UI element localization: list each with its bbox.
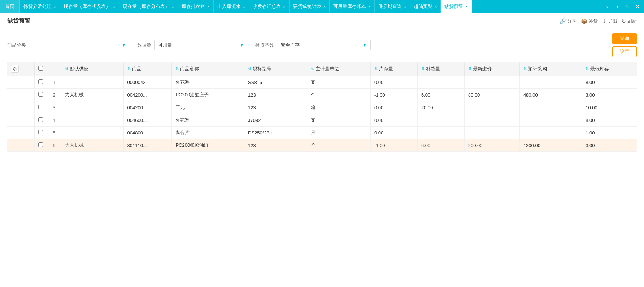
- nav-tab-pick-anomaly[interactable]: 拣货异常处理 ×: [20, 0, 60, 13]
- cell-spec-row2: 123: [244, 101, 307, 114]
- cell-item_name-row3: 火花塞: [172, 114, 244, 127]
- nav-tab-close-available-ledger[interactable]: ×: [368, 4, 370, 9]
- gear-settings-icon[interactable]: ⚙: [11, 65, 19, 73]
- row-checkbox-3[interactable]: [38, 117, 43, 122]
- nav-tab-close-pick-anomaly[interactable]: ×: [54, 4, 56, 9]
- row-checkbox-4[interactable]: [38, 130, 43, 134]
- cell-unit-row0: 支: [307, 76, 370, 89]
- query-button[interactable]: 查询: [612, 33, 637, 44]
- cell-checkbox-row3: [35, 114, 47, 127]
- nav-tab-order-stats[interactable]: 要货单统计表 ×: [290, 0, 330, 13]
- cell-item_code-row3: 004600...: [123, 114, 172, 127]
- share-action[interactable]: 🔗 分享: [560, 18, 576, 25]
- col-header-item_name[interactable]: ⇅商品名称: [172, 62, 244, 76]
- category-label: 商品分类: [7, 42, 26, 48]
- category-select[interactable]: ▼: [29, 40, 130, 50]
- select-all-checkbox[interactable]: [38, 66, 43, 71]
- settings-button[interactable]: 设置: [612, 46, 637, 57]
- col-header-latest_price[interactable]: ⇅最新进价: [464, 62, 519, 76]
- datasource-select[interactable]: 可用量 ▼: [154, 40, 248, 50]
- cell-stock_qty-row0: 0.00: [370, 76, 417, 89]
- nav-tab-overstock-warning[interactable]: 超储预警 ×: [410, 0, 441, 13]
- col-header-est_purchase[interactable]: ⇅预计采购...: [519, 62, 582, 76]
- replenish-base-select[interactable]: 安全库存 ▼: [277, 40, 371, 50]
- nav-controls: ‹ › ⥢ ✕: [602, 1, 644, 12]
- sort-icon-est_purchase: ⇅: [523, 67, 527, 71]
- sort-icon-item_code: ⇅: [127, 67, 131, 71]
- row-checkbox-2[interactable]: [38, 105, 43, 109]
- cell-unit-row2: 箱: [307, 101, 370, 114]
- col-header-stock_qty[interactable]: ⇅库存量: [370, 62, 417, 76]
- table-row: 4004600...火花塞J7092支0.008.00: [7, 114, 637, 127]
- datasource-dropdown-icon: ▼: [240, 43, 244, 48]
- cell-latest_price-row0: [464, 76, 519, 89]
- cell-gear-row0: [7, 76, 35, 89]
- cell-spec-row4: DS250*23c...: [244, 127, 307, 139]
- cell-gear-row2: [7, 101, 35, 114]
- nav-tab-expiry-query[interactable]: 保质期查询 ×: [375, 0, 410, 13]
- cell-replenish_qty-row2: 20.00: [417, 101, 464, 114]
- cell-spec-row3: J7092: [244, 114, 307, 127]
- row-checkbox-5[interactable]: [38, 142, 43, 147]
- nav-close-button[interactable]: ✕: [632, 1, 643, 12]
- col-header-min_stock[interactable]: ⇅最低库存: [582, 62, 637, 76]
- nav-tab-batch-account[interactable]: 库存批次账 ×: [178, 0, 213, 13]
- cell-est_purchase-row0: [519, 76, 582, 89]
- cell-min_stock-row5: 3.00: [582, 139, 637, 152]
- share-icon: 🔗: [560, 18, 566, 24]
- cell-item_name-row5: PC200张紧油缸: [172, 139, 244, 152]
- category-filter-group: 商品分类 ▼: [7, 40, 130, 50]
- nav-tab-inventory-status[interactable]: 现存量（库存状况表） ×: [60, 0, 119, 13]
- table-row: 3004200...三九123箱0.0020.0010.00: [7, 101, 637, 114]
- col-header-item_code[interactable]: ⇅商品...: [123, 62, 172, 76]
- replenish-action[interactable]: 📦 补货: [581, 18, 598, 25]
- filter-actions: 查询 设置: [612, 33, 637, 57]
- nav-tab-recv-summary[interactable]: 收发存汇总表 ×: [249, 0, 289, 13]
- cell-gear-row4: [7, 127, 35, 139]
- cell-unit-row4: 只: [307, 127, 370, 139]
- export-action[interactable]: ⇓ 导出: [602, 18, 617, 25]
- refresh-action[interactable]: ↻ 刷新: [622, 18, 637, 25]
- row-checkbox-0[interactable]: [38, 79, 43, 84]
- main-content: 缺货预警 🔗 分享 📦 补货 ⇓ 导出 ↻ 刷新 商品分类: [0, 13, 644, 287]
- nav-tab-close-recv-summary[interactable]: ×: [283, 4, 285, 9]
- nav-tab-close-shortage-warning[interactable]: ×: [465, 4, 467, 9]
- cell-rownum-row3: 4: [47, 114, 61, 127]
- sort-icon-item_name: ⇅: [175, 67, 179, 71]
- col-header-default_supplier[interactable]: ⇅默认供应...: [61, 62, 123, 76]
- row-checkbox-1[interactable]: [38, 92, 43, 97]
- col-header-replenish_qty[interactable]: ⇅补货量: [417, 62, 464, 76]
- cell-item_name-row4: 离合片: [172, 127, 244, 139]
- nav-tab-inventory-dist[interactable]: 现存量（库存分布表） ×: [119, 0, 178, 13]
- cell-est_purchase-row3: [519, 114, 582, 127]
- nav-restore-button[interactable]: ⥢: [622, 1, 632, 12]
- replenish-label: 补货: [588, 18, 598, 25]
- cell-est_purchase-row5: 1200.00: [519, 139, 582, 152]
- nav-tab-close-overstock-warning[interactable]: ×: [435, 4, 437, 9]
- nav-tab-close-expiry-query[interactable]: ×: [404, 4, 406, 9]
- cell-unit-row5: 个: [307, 139, 370, 152]
- cell-replenish_qty-row1: 6.00: [417, 89, 464, 101]
- nav-tab-close-inout-flow[interactable]: ×: [243, 4, 245, 9]
- col-header-spec[interactable]: ⇅规格型号: [244, 62, 307, 76]
- cell-item_code-row0: 0000042: [123, 76, 172, 89]
- col-header-unit[interactable]: ⇅主计量单位: [307, 62, 370, 76]
- table-row: 10000042火花塞SS816支0.008.00: [7, 76, 637, 89]
- page-title: 缺货预警: [7, 17, 30, 25]
- cell-stock_qty-row3: 0.00: [370, 114, 417, 127]
- datasource-label: 数据源: [137, 42, 151, 48]
- cell-min_stock-row1: 3.00: [582, 89, 637, 101]
- nav-prev-button[interactable]: ‹: [602, 1, 612, 12]
- export-label: 导出: [608, 18, 617, 25]
- nav-tab-close-batch-account[interactable]: ×: [207, 4, 209, 9]
- nav-tab-available-ledger[interactable]: 可用量库存账本 ×: [330, 0, 374, 13]
- nav-tab-inout-flow[interactable]: 出入库流水 ×: [214, 0, 249, 13]
- nav-tab-home[interactable]: 首页: [0, 0, 20, 13]
- nav-tab-close-order-stats[interactable]: ×: [323, 4, 326, 9]
- nav-tab-shortage-warning[interactable]: 缺货预警 ×: [441, 0, 471, 13]
- nav-next-button[interactable]: ›: [612, 1, 622, 12]
- datasource-filter-group: 数据源 可用量 ▼: [137, 40, 248, 50]
- sort-icon-spec: ⇅: [248, 67, 251, 71]
- nav-tab-close-inventory-dist[interactable]: ×: [172, 4, 174, 9]
- nav-tab-close-inventory-status[interactable]: ×: [113, 4, 115, 9]
